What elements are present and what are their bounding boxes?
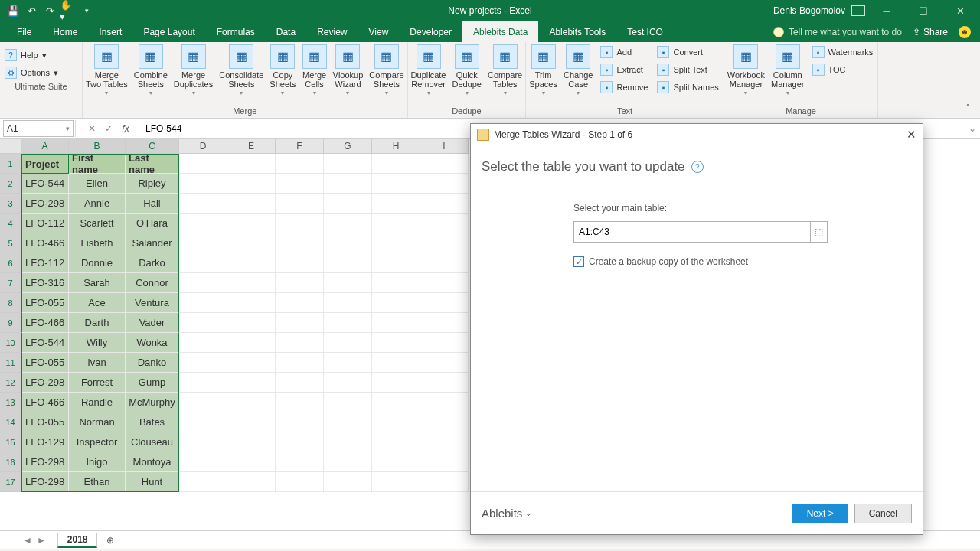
row-header-14[interactable]: 14 xyxy=(0,412,21,432)
cell-D3[interactable] xyxy=(179,194,227,214)
ribbon-change-case[interactable]: ▦Change Case▾ xyxy=(560,43,596,106)
cell-A16[interactable]: LFO-298 xyxy=(21,452,69,472)
cell-C4[interactable]: O'Hara xyxy=(126,214,179,233)
row-header-3[interactable]: 3 xyxy=(0,194,21,214)
col-header-H[interactable]: H xyxy=(372,139,420,154)
cell-F4[interactable] xyxy=(276,214,324,233)
cell-B10[interactable]: Willy xyxy=(69,333,126,353)
select-all-corner[interactable] xyxy=(0,139,21,154)
ribbon-add[interactable]: ▪Add xyxy=(600,44,648,60)
cell-G5[interactable] xyxy=(324,233,372,253)
cell-F2[interactable] xyxy=(276,174,324,194)
dialog-titlebar[interactable]: Merge Tables Wizard - Step 1 of 6 ✕ xyxy=(471,124,923,145)
cell-B4[interactable]: Scarlett xyxy=(69,214,126,233)
range-input[interactable] xyxy=(573,221,811,243)
cancel-button[interactable]: Cancel xyxy=(854,504,912,523)
row-header-6[interactable]: 6 xyxy=(0,253,21,273)
cell-H16[interactable] xyxy=(372,452,420,472)
cell-F17[interactable] xyxy=(276,472,324,492)
cell-G4[interactable] xyxy=(324,214,372,233)
cell-H1[interactable] xyxy=(372,154,420,174)
cell-E16[interactable] xyxy=(227,452,276,472)
cell-F7[interactable] xyxy=(276,273,324,293)
cell-B17[interactable]: Ethan xyxy=(69,472,126,492)
ribbon-convert[interactable]: ▪Convert xyxy=(657,44,718,60)
ribbon-vlookup-wizard[interactable]: ▦Vlookup Wizard▾ xyxy=(330,43,367,106)
cell-I16[interactable] xyxy=(420,452,469,472)
cell-D2[interactable] xyxy=(179,174,227,194)
cell-E6[interactable] xyxy=(227,253,276,273)
cancel-formula-icon[interactable]: ✕ xyxy=(84,121,100,136)
col-header-B[interactable]: B xyxy=(69,139,126,154)
cell-E12[interactable] xyxy=(227,373,276,393)
cell-F10[interactable] xyxy=(276,333,324,353)
cell-C14[interactable]: Bates xyxy=(126,412,179,432)
cell-C1[interactable]: Last name xyxy=(126,154,179,174)
cell-F15[interactable] xyxy=(276,432,324,452)
tab-home[interactable]: Home xyxy=(42,21,88,42)
cell-F1[interactable] xyxy=(276,154,324,174)
cell-I1[interactable] xyxy=(420,154,469,174)
cell-C8[interactable]: Ventura xyxy=(126,293,179,313)
maximize-icon[interactable]: ☐ xyxy=(908,0,939,21)
cell-G11[interactable] xyxy=(324,353,372,373)
cell-A11[interactable]: LFO-055 xyxy=(21,353,69,373)
cell-E5[interactable] xyxy=(227,233,276,253)
cell-E3[interactable] xyxy=(227,194,276,214)
ribbon-merge-two-tables[interactable]: ▦Merge Two Tables▾ xyxy=(83,43,131,106)
cell-I10[interactable] xyxy=(420,333,469,353)
account-icon[interactable] xyxy=(851,5,865,16)
backup-checkbox[interactable]: ✓ Create a backup copy of the worksheet xyxy=(573,256,912,267)
help-button[interactable]: ?Help ▾ xyxy=(5,47,77,63)
cell-C6[interactable]: Darko xyxy=(126,253,179,273)
cell-H5[interactable] xyxy=(372,233,420,253)
cell-C16[interactable]: Montoya xyxy=(126,452,179,472)
cell-E15[interactable] xyxy=(227,432,276,452)
cell-B16[interactable]: Inigo xyxy=(69,452,126,472)
sheet-tab-2018[interactable]: 2018 xyxy=(57,533,98,548)
minimize-icon[interactable]: ─ xyxy=(871,0,902,21)
cell-F12[interactable] xyxy=(276,373,324,393)
cell-A4[interactable]: LFO-112 xyxy=(21,214,69,233)
cell-G2[interactable] xyxy=(324,174,372,194)
row-header-4[interactable]: 4 xyxy=(0,214,21,233)
ribbon-workbook-manager[interactable]: ▦Workbook Manager▾ xyxy=(724,43,768,106)
cell-A7[interactable]: LFO-316 xyxy=(21,273,69,293)
cell-E2[interactable] xyxy=(227,174,276,194)
cell-D14[interactable] xyxy=(179,412,227,432)
cell-G14[interactable] xyxy=(324,412,372,432)
cell-H13[interactable] xyxy=(372,393,420,412)
row-header-1[interactable]: 1 xyxy=(0,154,21,174)
cell-B8[interactable]: Ace xyxy=(69,293,126,313)
cell-H6[interactable] xyxy=(372,253,420,273)
ribbon-merge-duplicates[interactable]: ▦Merge Duplicates▾ xyxy=(171,43,216,106)
cell-A1[interactable]: Project xyxy=(21,154,69,174)
cell-E8[interactable] xyxy=(227,293,276,313)
cell-D8[interactable] xyxy=(179,293,227,313)
cell-I7[interactable] xyxy=(420,273,469,293)
dialog-help-icon[interactable]: ? xyxy=(691,161,704,173)
ribbon-trim-spaces[interactable]: ▦Trim Spaces▾ xyxy=(526,43,560,106)
ribbon-column-manager[interactable]: ▦Column Manager▾ xyxy=(768,43,807,106)
cell-H11[interactable] xyxy=(372,353,420,373)
cell-D9[interactable] xyxy=(179,313,227,333)
cell-I12[interactable] xyxy=(420,373,469,393)
cell-F8[interactable] xyxy=(276,293,324,313)
cell-G9[interactable] xyxy=(324,313,372,333)
tab-developer[interactable]: Developer xyxy=(399,21,462,42)
row-header-11[interactable]: 11 xyxy=(0,353,21,373)
cell-C7[interactable]: Connor xyxy=(126,273,179,293)
row-header-5[interactable]: 5 xyxy=(0,233,21,253)
cell-A3[interactable]: LFO-298 xyxy=(21,194,69,214)
tab-review[interactable]: Review xyxy=(306,21,358,42)
row-header-9[interactable]: 9 xyxy=(0,313,21,333)
ribbon-compare-tables[interactable]: ▦Compare Tables▾ xyxy=(485,43,525,106)
cell-E13[interactable] xyxy=(227,393,276,412)
cell-H14[interactable] xyxy=(372,412,420,432)
cell-B11[interactable]: Ivan xyxy=(69,353,126,373)
cell-I8[interactable] xyxy=(420,293,469,313)
cell-H7[interactable] xyxy=(372,273,420,293)
cell-I3[interactable] xyxy=(420,194,469,214)
ribbon-combine-sheets[interactable]: ▦Combine Sheets▾ xyxy=(131,43,171,106)
ribbon-watermarks[interactable]: ▪Watermarks xyxy=(812,44,874,60)
